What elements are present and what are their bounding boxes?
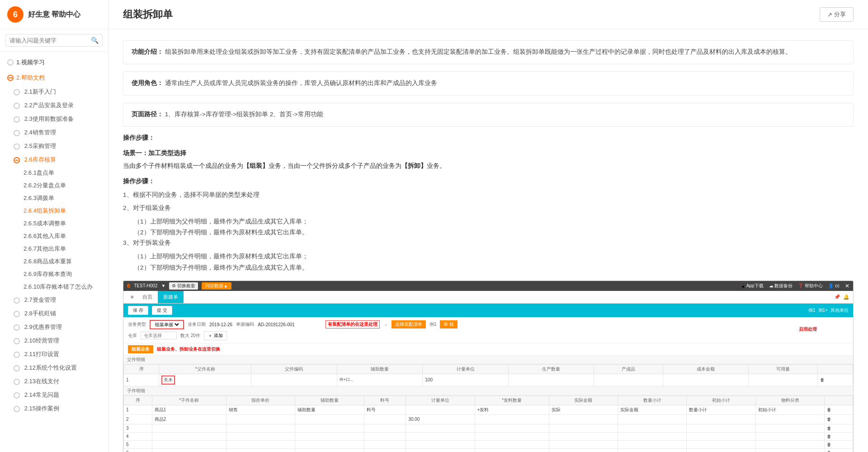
screenshot-form-header: 业务类型 组装单据拆卸单据 业务日期 2019-12-26 单据编码 AD-20… xyxy=(123,317,853,343)
docs-sub-items: 2.1新手入门 2.2产品安装及登录 2.3使用前数据准备 2.4销售管理 2.… xyxy=(0,85,108,415)
search-input[interactable] xyxy=(9,37,91,44)
sidebar-item-otherinbound[interactable]: 2.6.6其他入库单 xyxy=(20,230,108,243)
search-icon[interactable]: 🔍 xyxy=(91,37,99,44)
sidebar-item-ledger-fix[interactable]: 2.6.10库存账本错了怎么办 xyxy=(20,281,108,293)
expand-dot-docs xyxy=(7,75,14,81)
screenshot-select-bom-btn[interactable]: 选择装配清单 xyxy=(392,320,426,328)
path-box: 页面路径： 1、库存核算->库存管理->组装拆卸单 2、首页->常用功能 xyxy=(123,103,854,127)
function-intro-box: 功能介绍： 组装拆卸单用来处理企业组装或拆卸等加工业务，支持有固定装配清单的产品… xyxy=(123,40,854,64)
inventory-sub-items: 2.6.1盘点单 2.6.2分量盘点单 2.6.3调拨单 2.6.4组装拆卸单 … xyxy=(14,167,108,293)
scenario1-desc: 当由多个子件材料组装成一个成品的业务为【组装】业务，当由一个父件拆分成多个子产品… xyxy=(123,162,854,170)
sidebar-item-coupon[interactable]: 2.9优惠券管理 xyxy=(14,320,108,334)
step3-sub1: （1）上部明细为父件明细，最终作为原材料生成其它出库单； xyxy=(123,251,854,262)
scenario1-label: 场景一：加工类型选择 xyxy=(123,149,854,157)
screenshot-btn-submit[interactable]: 提 交 xyxy=(152,306,172,315)
page-title: 组装拆卸单 xyxy=(123,8,173,21)
content-area: 功能介绍： 组装拆卸单用来处理企业组装或拆卸等加工业务，支持有固定装配清单的产品… xyxy=(108,29,868,452)
sidebar-item-sales[interactable]: 2.4销售管理 xyxy=(14,126,108,139)
screenshot-annotation1: 有装配清单的在这里处理 xyxy=(326,320,380,328)
search-box: 🔍 xyxy=(5,34,103,47)
sidebar-item-cases[interactable]: 2.15操作案例 xyxy=(14,402,108,415)
screenshot-subheader: 组装业务 组装业务、拆卸业务在这里切换 xyxy=(123,343,853,356)
nav-section-video: 1.视频学习 xyxy=(0,55,108,70)
sidebar-item-stockcheck[interactable]: 2.6.1盘点单 xyxy=(20,167,108,179)
nav-list: 1.视频学习 2.帮助文档 2.1新手入门 2.2产品安装及登录 xyxy=(0,52,108,452)
operation-steps-section: 操作步骤： 场景一：加工类型选择 当由多个子件材料组装成一个成品的业务为【组装】… xyxy=(123,134,854,273)
screenshot-confirm-btn[interactable]: 审 核 xyxy=(440,320,458,328)
screenshot-annotation2: 启用处理 xyxy=(799,326,817,333)
step2-sub1: （1）上部明细为父件明细，最终作为产成品生成其它入库单； xyxy=(123,216,854,227)
sidebar-item-docs-label: 2.帮助文档 xyxy=(16,74,45,82)
sidebar-item-faq[interactable]: 2.14常见问题 xyxy=(14,388,108,402)
sidebar-item-finance[interactable]: 2.7资金管理 xyxy=(14,293,108,307)
sidebar-item-bizmanage[interactable]: 2.10经营管理 xyxy=(14,334,108,347)
main-content: 组装拆卸单 ↗ 分享 功能介绍： 组装拆卸单用来处理企业组装或拆卸等加工业务，支… xyxy=(108,0,868,452)
screenshot-subheader-badge: 组装业务 xyxy=(128,345,153,353)
sidebar-item-dataprep[interactable]: 2.3使用前数据准备 xyxy=(14,112,108,126)
screenshot-window-title: TEST-H002 xyxy=(134,283,157,288)
share-button[interactable]: ↗ 分享 xyxy=(820,7,854,22)
screenshot-tab-new[interactable]: 新建单 xyxy=(158,291,184,303)
screenshot-close-btn: ✕ xyxy=(845,283,849,289)
sidebar-item-print[interactable]: 2.11打印设置 xyxy=(14,347,108,361)
step3: 3、对于拆装业务 xyxy=(123,238,854,248)
screenshot-warehouse-input[interactable] xyxy=(141,332,177,339)
logo-area: 6 好生意 帮助中心 xyxy=(0,0,108,29)
screenshot-mock: 6 TEST-H002 ▼ ⚙ 切换账套 同步数据▲ 📱 App下载 ☁ 数据备… xyxy=(123,281,854,452)
sidebar-item-video-label: 1.视频学习 xyxy=(16,58,45,67)
role-label: 使用角色： xyxy=(132,80,163,86)
app-logo-icon: 6 xyxy=(7,6,24,23)
sidebar-item-ledger[interactable]: 2.6.9库存账本查询 xyxy=(20,268,108,281)
function-intro-text: 组装拆卸单用来处理企业组装或拆卸等加工业务，支持有固定装配清单的产品加工业务，也… xyxy=(165,48,792,55)
sidebar-item-batchcheck[interactable]: 2.6.2分量盘点单 xyxy=(20,179,108,192)
sidebar-item-otheroutbound[interactable]: 2.6.7其他出库单 xyxy=(20,243,108,255)
screenshot-lower-table: 序 *子件名称 报价单价 辅助数量 料号 计量单位 *发料数量 实际金额 数量小… xyxy=(123,395,853,452)
screenshot-upper-table-section: 父件明细 序 *父件名称 父件编码 辅助数量 计量单位 生产数量 产成品 成本金… xyxy=(123,356,853,386)
sidebar-item-costreset[interactable]: 2.6.8商品成本重算 xyxy=(20,255,108,268)
function-intro-label: 功能介绍： xyxy=(132,48,163,55)
screenshot-annotation3: 组装业务、拆卸业务在这里切换 xyxy=(157,346,220,352)
expand-dot-video xyxy=(7,59,14,66)
sidebar-item-onlinepay[interactable]: 2.13在线支付 xyxy=(14,375,108,388)
sidebar-item-docs[interactable]: 2.帮助文档 xyxy=(0,71,108,85)
path-label: 页面路径： xyxy=(132,111,163,118)
role-box: 使用角色： 通常由生产人员或库管人员完成拆装业务的操作，库管人员确认原材料的出库… xyxy=(123,71,854,95)
nav-section-docs: 2.帮助文档 2.1新手入门 2.2产品安装及登录 2.3使用前数据准备 2 xyxy=(0,71,108,415)
step2: 2、对于组装业务 xyxy=(123,203,854,214)
main-header: 组装拆卸单 ↗ 分享 xyxy=(108,0,868,29)
path-text: 1、库存核算->库存管理->组装拆卸单 2、首页->常用功能 xyxy=(165,111,323,118)
screenshot-ref: AD-20191226-001 xyxy=(258,322,295,327)
sidebar-item-costadjust[interactable]: 2.6.5成本调整单 xyxy=(20,217,108,230)
app-name: 好生意 帮助中心 xyxy=(28,10,80,19)
sidebar-item-purchase[interactable]: 2.5采购管理 xyxy=(14,139,108,153)
op-steps-label: 操作步骤： xyxy=(123,177,854,186)
sidebar-item-inventory[interactable]: 2.6库存核算 xyxy=(14,153,108,167)
sidebar-item-newbie[interactable]: 2.1新手入门 xyxy=(14,85,108,99)
search-area: 🔍 xyxy=(0,29,108,52)
sidebar-item-assembly[interactable]: 2.6.4组装拆卸单 xyxy=(20,205,108,217)
sidebar-item-customize[interactable]: 2.12系统个性化设置 xyxy=(14,361,108,375)
screenshot-upper-table: 序 *父件名称 父件编码 辅助数量 计量单位 生产数量 产成品 成本金额 可用量 xyxy=(123,364,853,386)
step1: 1、根据不同的业务，选择不同单据的类型来处理 xyxy=(123,190,854,200)
sidebar-item-transfer[interactable]: 2.6.3调拨单 xyxy=(20,192,108,205)
screenshot-type-select[interactable]: 组装单据拆卸单据 xyxy=(150,320,184,329)
step2-sub2: （2）下部明细为子件明细，最终作为原材料生成其它出库单。 xyxy=(123,227,854,238)
screenshot-btn-save[interactable]: 保 存 xyxy=(128,306,148,315)
sidebar-item-install[interactable]: 2.2产品安装及登录 xyxy=(14,99,108,112)
operation-steps-label: 操作步骤： xyxy=(123,134,854,142)
screenshot-add-row-btn[interactable]: ＋ 添加 xyxy=(204,331,227,340)
screenshot-date: 2019-12-26 xyxy=(209,322,232,327)
screenshot-tab-home[interactable]: 自页 xyxy=(137,291,158,303)
screenshot-tabs: ≡ 自页 新建单 📌 🔔 xyxy=(123,291,853,304)
role-text: 通常由生产人员或库管人员完成拆装业务的操作，库管人员确认原材料的出库和产成品的入… xyxy=(165,80,437,86)
sidebar-item-video[interactable]: 1.视频学习 xyxy=(0,55,108,70)
share-icon: ↗ xyxy=(827,11,832,18)
screenshot-upper-row1-name: 关木 xyxy=(161,376,175,385)
screenshot-window-bar: 6 TEST-H002 ▼ ⚙ 切换账套 同步数据▲ 📱 App下载 ☁ 数据备… xyxy=(123,281,853,291)
share-label: 分享 xyxy=(834,10,846,19)
screenshot-toolbar: 保 存 提 交 倒1 倒1+ 其他来往 xyxy=(123,304,853,317)
step3-sub2: （2）下部明细为子件明细，最终作为产成品生成其它入库单。 xyxy=(123,262,854,273)
sidebar: 6 好生意 帮助中心 🔍 1.视频学习 2.帮助文档 xyxy=(0,0,108,452)
sidebar-item-mobile[interactable]: 2.8手机旺铺 xyxy=(14,307,108,320)
screenshot-lower-table-section: 子件明细 序 *子件名称 报价单价 辅助数量 料号 计量单位 *发料数量 实际金… xyxy=(123,387,853,452)
